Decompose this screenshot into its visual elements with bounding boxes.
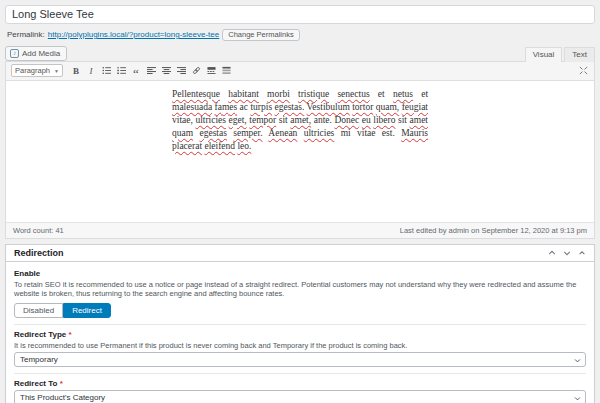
- content-word: tortor: [352, 102, 373, 112]
- redirection-metabox: Redirection Enable To retain SEO it is r…: [5, 244, 595, 403]
- content-word: turpis: [250, 102, 272, 112]
- enable-label: Enable: [14, 269, 586, 278]
- content-word: netus: [393, 89, 413, 99]
- redirection-metabox-body: Enable To retain SEO it is recommended t…: [6, 262, 594, 403]
- word-count-value: 41: [55, 226, 63, 235]
- content-word: tristique: [298, 89, 329, 99]
- redirect-type-selected-value: Temporary: [20, 355, 58, 364]
- content-word: Donec: [334, 115, 359, 125]
- content-word: ultricies: [195, 115, 226, 125]
- metabox-handle-actions: [548, 249, 586, 257]
- word-count-label: Word count:: [13, 226, 53, 235]
- link-icon: [192, 63, 201, 78]
- tab-visual[interactable]: Visual: [525, 47, 563, 62]
- redirect-button[interactable]: Redirect: [63, 303, 111, 318]
- content-word: eget,: [229, 115, 247, 125]
- paragraph-format-label: Paragraph: [15, 66, 50, 75]
- content-word: habitant: [228, 89, 259, 99]
- content-word: senectus: [337, 89, 369, 99]
- content-word: quam,: [376, 102, 399, 112]
- redirect-to-label: Redirect To *: [14, 379, 586, 388]
- link-button[interactable]: [190, 64, 202, 77]
- fullscreen-expand-icon: [579, 63, 588, 78]
- editor-tools-row: ♪ Add Media Visual Text: [5, 44, 595, 61]
- content-word: eleifend: [204, 141, 235, 151]
- content-word: semper.: [233, 128, 262, 138]
- permalink-label: Permalink:: [7, 30, 45, 39]
- paragraph-format-dropdown[interactable]: Paragraph ▼: [11, 64, 63, 77]
- fullscreen-button[interactable]: [577, 64, 589, 77]
- align-right-icon: [177, 63, 186, 78]
- align-left-icon: [147, 63, 156, 78]
- toolbar-toggle-button[interactable]: [220, 64, 232, 77]
- add-media-button[interactable]: ♪ Add Media: [5, 46, 67, 61]
- section-divider: [14, 373, 586, 374]
- enable-description: To retain SEO it is recommended to use a…: [14, 280, 586, 299]
- content-word: Vestibulum: [307, 102, 350, 112]
- content-word: sit: [279, 115, 288, 125]
- chevron-down-icon: [574, 357, 581, 366]
- chevron-down-icon: [574, 395, 581, 403]
- post-title-input[interactable]: [5, 5, 595, 24]
- redirect-to-selected-value: This Product's Category: [20, 393, 105, 402]
- toggle-panel-icon[interactable]: [578, 249, 586, 257]
- bullet-list-button[interactable]: [100, 64, 112, 77]
- blockquote-button[interactable]: “: [130, 64, 142, 77]
- editor-content-area[interactable]: Pellentesque habitant morbi tristique se…: [6, 81, 594, 222]
- redirect-type-select[interactable]: Temporary: [14, 352, 586, 367]
- redirect-type-label: Redirect Type *: [14, 330, 586, 339]
- move-down-icon[interactable]: [563, 249, 571, 257]
- blockquote-icon: “: [133, 72, 139, 76]
- disabled-button[interactable]: Disabled: [14, 303, 63, 318]
- align-left-button[interactable]: [145, 64, 157, 77]
- caret-down-icon: ▼: [54, 68, 59, 74]
- more-tag-button[interactable]: [205, 64, 217, 77]
- content-word: morbi: [267, 89, 290, 99]
- required-asterisk: *: [60, 379, 63, 388]
- editor-container: Paragraph ▼ B I “ Pellentesque habitant …: [5, 61, 595, 239]
- content-word: mi: [341, 128, 351, 138]
- redirection-metabox-header: Redirection: [6, 245, 594, 262]
- metabox-title[interactable]: Redirection: [14, 248, 64, 258]
- add-media-label: Add Media: [22, 49, 60, 58]
- content-word: Mauris: [401, 128, 428, 138]
- italic-button[interactable]: I: [85, 64, 97, 77]
- content-word: ante.: [314, 115, 332, 125]
- tab-text[interactable]: Text: [564, 47, 595, 62]
- change-permalinks-button[interactable]: Change Permalinks: [222, 29, 299, 41]
- redirect-type-label-text: Redirect Type: [14, 330, 66, 339]
- content-word: placerat: [172, 141, 202, 151]
- permalink-row: Permalink: http://polyplugins.local/?pro…: [7, 29, 595, 41]
- redirect-to-label-text: Redirect To: [14, 379, 57, 388]
- content-word: vitae: [357, 128, 375, 138]
- content-word: est.: [382, 128, 395, 138]
- align-center-icon: [162, 63, 171, 78]
- content-word: malesuada: [172, 102, 212, 112]
- content-word: leo.: [237, 141, 251, 151]
- content-word: libero: [373, 115, 395, 125]
- content-word: amet: [410, 115, 428, 125]
- content-word: egestas.: [274, 102, 304, 112]
- numbered-list-button[interactable]: [115, 64, 127, 77]
- redirect-type-description: It is recommended to use Permanent if th…: [14, 341, 586, 351]
- editor-mode-tabs: Visual Text: [525, 47, 595, 62]
- align-center-button[interactable]: [160, 64, 172, 77]
- content-word: ac: [240, 102, 248, 112]
- content-word: Aenean: [268, 128, 297, 138]
- move-up-icon[interactable]: [548, 249, 556, 257]
- bold-button[interactable]: B: [70, 64, 82, 77]
- content-word: tempor: [249, 115, 276, 125]
- permalink-url[interactable]: http://polyplugins.local/?product=long-s…: [48, 30, 219, 39]
- content-word: sit: [398, 115, 407, 125]
- content-word: fames: [215, 102, 238, 112]
- content-word: et: [378, 89, 385, 99]
- align-right-button[interactable]: [175, 64, 187, 77]
- media-icon: ♪: [10, 49, 19, 58]
- word-count: Word count: 41: [13, 226, 64, 235]
- more-tag-icon: [207, 63, 216, 78]
- enable-toggle-group: Disabled Redirect: [14, 303, 111, 318]
- content-word: quam: [172, 128, 193, 138]
- content-word: vitae,: [172, 115, 193, 125]
- redirect-to-select[interactable]: This Product's Category: [14, 390, 586, 403]
- editor-content-paragraph: Pellentesque habitant morbi tristique se…: [172, 88, 428, 153]
